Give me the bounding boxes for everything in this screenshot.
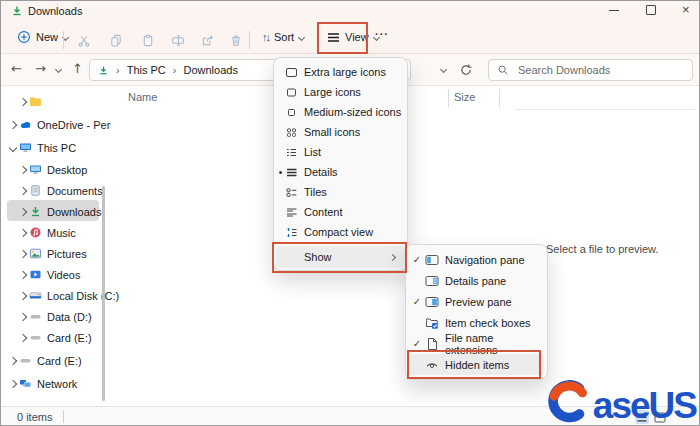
- crumb-separator: ›: [173, 64, 177, 76]
- drive-icon: [29, 331, 42, 344]
- forward-icon[interactable]: →: [35, 61, 46, 76]
- search-box[interactable]: [488, 59, 693, 81]
- content-icon: [285, 206, 304, 219]
- small-icons-icon: [285, 126, 304, 139]
- breadcrumb-this-pc[interactable]: This PC: [127, 64, 166, 76]
- chevron-right-icon: [19, 165, 27, 173]
- file-explorer-window: Downloads × New: [0, 0, 700, 426]
- delete-icon[interactable]: [229, 33, 243, 47]
- title-bar: Downloads ×: [1, 1, 699, 21]
- menu-item-details[interactable]: • Details: [276, 162, 405, 182]
- submenu-item-details-pane[interactable]: Details pane: [409, 270, 544, 291]
- column-divider[interactable]: [499, 89, 500, 107]
- column-header-size[interactable]: Size: [454, 91, 475, 103]
- details-icon: [285, 166, 304, 179]
- onedrive-icon: [19, 118, 32, 131]
- window-title: Downloads: [28, 5, 82, 17]
- menu-item-large-icons[interactable]: Large icons: [276, 82, 405, 102]
- drive-icon: [19, 354, 32, 367]
- sort-button[interactable]: ↑↓ Sort: [256, 24, 310, 50]
- sidebar-item-onedrive[interactable]: OneDrive - Persona: [1, 114, 111, 135]
- highlight-box-view: [317, 22, 368, 54]
- drive-icon: [29, 310, 42, 323]
- menu-item-extra-large-icons[interactable]: Extra large icons: [276, 62, 405, 82]
- item-check-boxes-icon: [425, 316, 445, 330]
- sort-icon: ↑↓: [262, 31, 269, 43]
- documents-icon: [29, 184, 42, 197]
- sidebar-scrollbar[interactable]: [102, 186, 105, 401]
- chevron-right-icon: [19, 333, 27, 341]
- folder-icon: [29, 95, 42, 108]
- items-count: 0 items: [17, 411, 52, 423]
- compact-view-icon: [285, 226, 304, 239]
- search-input[interactable]: [516, 63, 670, 77]
- submenu-item-preview-pane[interactable]: ✓ Preview pane: [409, 291, 544, 312]
- extra-large-icons-icon: [285, 66, 304, 79]
- pictures-icon: [29, 247, 42, 260]
- chevron-right-icon: [19, 270, 27, 278]
- menu-item-compact-view[interactable]: Compact view: [276, 222, 405, 242]
- menu-item-content[interactable]: Content: [276, 202, 405, 222]
- easeus-logo: aseUS: [545, 377, 696, 423]
- check-icon: ✓: [409, 254, 425, 265]
- close-button[interactable]: ×: [682, 2, 690, 17]
- refresh-icon[interactable]: [459, 63, 473, 77]
- sidebar-item-network[interactable]: Network: [1, 373, 111, 394]
- sidebar-item-this-pc[interactable]: This PC: [1, 137, 111, 158]
- chevron-right-icon: [19, 291, 27, 299]
- check-icon: ✓: [409, 296, 425, 307]
- this-pc-icon: [19, 141, 32, 154]
- chevron-right-icon: [19, 249, 27, 257]
- downloads-folder-icon: [98, 65, 109, 76]
- new-button[interactable]: New: [11, 24, 74, 50]
- videos-icon: [29, 268, 42, 281]
- menu-item-list[interactable]: List: [276, 142, 405, 162]
- menu-item-medium-sized-icons[interactable]: Medium-sized icons: [276, 102, 405, 122]
- view-menu: Extra large icons Large icons Medium-siz…: [273, 57, 408, 271]
- submenu-item-item-check-boxes[interactable]: Item check boxes: [409, 312, 544, 333]
- music-icon: [29, 226, 42, 239]
- chevron-right-icon: [19, 186, 27, 194]
- sidebar-item-folder[interactable]: [1, 91, 121, 112]
- selected-indicator: •: [276, 167, 285, 178]
- menu-item-tiles[interactable]: Tiles: [276, 182, 405, 202]
- see-more-button[interactable]: ···: [375, 28, 389, 40]
- navigation-pane-icon: [425, 253, 445, 267]
- preview-pane-divider: [515, 109, 695, 110]
- downloads-icon: [29, 205, 42, 218]
- medium-sized-icons-icon: [285, 106, 304, 119]
- recent-locations-chevron-icon[interactable]: [55, 66, 62, 73]
- easeus-logo-text: aseUS: [593, 389, 696, 423]
- chevron-right-icon: [19, 207, 27, 215]
- crumb-separator: ›: [116, 64, 120, 76]
- sidebar-item-desktop[interactable]: Desktop: [1, 159, 121, 180]
- desktop-icon: [29, 163, 42, 176]
- cut-icon[interactable]: [77, 33, 91, 47]
- breadcrumb-downloads[interactable]: Downloads: [183, 64, 237, 76]
- minimize-button[interactable]: [609, 10, 619, 11]
- rename-icon[interactable]: [171, 33, 185, 47]
- chevron-down-icon: [9, 143, 17, 151]
- maximize-button[interactable]: [646, 5, 656, 15]
- up-icon[interactable]: ↑: [72, 61, 83, 76]
- chevron-down-icon: [298, 33, 305, 40]
- tiles-icon: [285, 186, 304, 199]
- toolbar-separator: [63, 31, 64, 49]
- menu-item-small-icons[interactable]: Small icons: [276, 122, 405, 142]
- chevron-right-icon: [19, 312, 27, 320]
- check-icon: ✓: [409, 338, 425, 349]
- search-icon: [497, 64, 509, 76]
- back-icon[interactable]: ←: [11, 61, 22, 76]
- column-divider[interactable]: [448, 89, 449, 107]
- paste-icon[interactable]: [141, 33, 155, 47]
- share-icon[interactable]: [201, 33, 215, 47]
- details-pane-icon: [425, 274, 445, 288]
- address-dropdown-chevron-icon[interactable]: [440, 66, 447, 73]
- chevron-right-icon: [19, 97, 27, 105]
- copy-icon[interactable]: [109, 33, 123, 47]
- column-header-name[interactable]: Name: [128, 91, 157, 103]
- local-disk-icon: [29, 289, 42, 302]
- sidebar-item-card-e-root[interactable]: Card (E:): [1, 350, 111, 371]
- submenu-item-navigation-pane[interactable]: ✓ Navigation pane: [409, 249, 544, 270]
- plus-circle-icon: [17, 30, 31, 44]
